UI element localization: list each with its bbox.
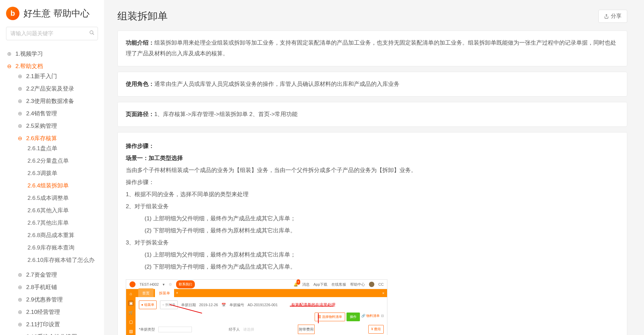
logo-text: 好生意 帮助中心 <box>23 7 90 19</box>
info-text: 1、库存核算->库存管理->组装拆卸单 2、首页->常用功能 <box>154 111 298 117</box>
search-icon <box>89 30 95 36</box>
steps-heading: 操作步骤： <box>126 141 619 152</box>
page-title: 组装拆卸单 <box>117 9 168 23</box>
plus-icon: ⊕ <box>17 309 23 315</box>
minus-icon: ⊖ <box>17 135 23 142</box>
nav-label: 2.11打印设置 <box>26 321 60 328</box>
nav-label: 2.帮助文档 <box>15 62 43 70</box>
ss-leftbar: ⌂ ▣ 🛒 ▢ ▤ 🏪 <box>126 289 136 335</box>
nav-2-2[interactable]: ⊕2.2产品安装及登录 <box>17 85 98 93</box>
ss-tab-active: 拆装单 <box>155 288 174 298</box>
nav-2-4[interactable]: ⊕2.4销售管理 <box>17 110 98 117</box>
nav-2-1[interactable]: ⊕2.1新手入门 <box>17 72 98 80</box>
bell-icon: 🔔9 <box>293 281 298 288</box>
nav-2-6-5[interactable]: 2.6.5成本调整单 <box>28 192 98 204</box>
ss-radio-disassemble: ○ 拆卸单 <box>160 300 178 309</box>
plus-icon: ⊕ <box>17 86 23 92</box>
content-text: (2) 下部明细为子件明细，最终作为产成品生成其它入库单。 <box>126 261 619 273</box>
nav-2-6-4[interactable]: 2.6.4组装拆卸单 <box>28 179 98 192</box>
nav-2-11[interactable]: ⊕2.11打印设置 <box>17 321 98 328</box>
nav-2-6-6[interactable]: 2.6.6其他入库单 <box>28 204 98 217</box>
info-text: 组装拆卸单用来处理企业组装或拆卸等加工业务，支持有固定装配清单的产品加工业务，也… <box>126 40 616 57</box>
collapse-icon: ⊟ <box>381 313 384 321</box>
box-icon: ▢ <box>128 319 133 325</box>
content-text: 1、根据不同的业务，选择不同单据的类型来处理 <box>126 189 619 200</box>
nav-label: 1.视频学习 <box>15 50 43 58</box>
nav-video[interactable]: ⊕1.视频学习 <box>6 50 98 58</box>
nav-label: 2.12系统个性化设置 <box>26 333 77 335</box>
share-button[interactable]: 分享 <box>598 10 627 23</box>
nav-2-5[interactable]: ⊕2.5采购管理 <box>17 122 98 130</box>
nav-2-12[interactable]: ⊕2.12系统个性化设置 <box>17 333 98 335</box>
info-label: 使用角色： <box>126 81 154 87</box>
nav-label: 2.3使用前数据准备 <box>26 97 74 105</box>
logo: b 好生意 帮助中心 <box>6 7 98 20</box>
ss-link-bom: 🔗 物料清单 <box>361 313 380 321</box>
nav-2-6-8[interactable]: 2.6.8商品成本重算 <box>28 229 98 241</box>
svg-line-1 <box>93 34 94 35</box>
gear-icon: ⚙ <box>169 281 172 288</box>
nav-label: 2.6库存核算 <box>26 134 57 142</box>
scenario-heading: 场景一：加工类型选择 <box>126 153 619 164</box>
nav-2-6-7[interactable]: 2.6.7其他出库单 <box>28 217 98 229</box>
info-box-path: 页面路径：1、库存核算->库存管理->组装拆卸单 2、首页->常用功能 <box>117 102 627 127</box>
ss-link: 帮助中心 <box>350 281 365 288</box>
nav-2-6-10[interactable]: 2.6.10库存账本错了怎么办 <box>28 254 98 266</box>
nav-label: 2.4销售管理 <box>26 110 57 117</box>
nav-2-9[interactable]: ⊕2.9优惠券管理 <box>17 296 98 303</box>
ss-annotation: 有装配清单的在这里处理 <box>291 301 335 309</box>
chevron-down-icon: ▾ <box>163 281 165 288</box>
nav-2-6-9[interactable]: 2.6.9库存账本查询 <box>28 241 98 254</box>
nav-2-8[interactable]: ⊕2.8手机旺铺 <box>17 283 98 291</box>
ss-label: 经手人 <box>229 326 240 333</box>
ss-label: 单据日期 <box>181 301 196 309</box>
nav-2-6-2[interactable]: 2.6.2分量盘点单 <box>28 155 98 167</box>
nav-label: 2.5采购管理 <box>26 122 57 130</box>
nav-2-7[interactable]: ⊕2.7资金管理 <box>17 271 98 279</box>
nav-2-6[interactable]: ⊖2.6库存核算 <box>17 134 98 142</box>
ss-header: TEST-H002 ▾ ⚙ 联系我们 🔔9 消息 App下载 在线客服 帮助中心… <box>126 280 387 289</box>
cube-icon: ▣ <box>128 300 133 306</box>
nav-2-3[interactable]: ⊕2.3使用前数据准备 <box>17 97 98 105</box>
nav-label: 2.1新手入门 <box>26 72 57 80</box>
info-label: 功能介绍： <box>126 40 154 46</box>
embedded-screenshot: TEST-H002 ▾ ⚙ 联系我们 🔔9 消息 App下载 在线客服 帮助中心… <box>126 279 387 335</box>
ss-label: 单据编号 <box>229 301 244 309</box>
nav-2-6-1[interactable]: 2.6.1盘点单 <box>28 142 98 155</box>
ss-contact-btn: 联系我们 <box>176 280 195 288</box>
search-box <box>6 27 98 40</box>
nav-docs[interactable]: ⊖2.帮助文档 <box>6 62 98 70</box>
ss-fee-input: 附带费用 <box>298 325 315 334</box>
nav-2-10[interactable]: ⊕2.10经营管理 <box>17 308 98 316</box>
info-label: 页面路径： <box>126 111 154 117</box>
arrow-annotation <box>290 306 333 306</box>
nav-label: 2.10经营管理 <box>26 308 60 316</box>
share-label: 分享 <box>611 13 622 20</box>
ss-label: *单据类型 <box>139 326 155 333</box>
logo-icon: b <box>6 7 19 20</box>
plus-icon: ⊕ <box>17 98 23 104</box>
svg-point-0 <box>90 31 93 34</box>
plus-icon: ⊕ <box>17 284 23 290</box>
ss-company: TEST-H002 <box>140 281 159 288</box>
plus-icon: ⊕ <box>17 111 23 117</box>
ss-tabs: 首页 拆装单 × × <box>136 289 387 297</box>
plus-icon: ⊕ <box>17 297 23 303</box>
nav-2-6-3[interactable]: 2.6.3调拨单 <box>28 167 98 179</box>
content-text: (1) 上部明细为父件明细，最终作为产成品生成其它入库单； <box>126 213 619 224</box>
ss-btn-op: 操作 <box>346 313 360 321</box>
plus-icon: ⊕ <box>17 334 23 335</box>
content-text: (2) 下部明细为子件明细，最终作为原材料生成其它出库单。 <box>126 225 619 236</box>
calendar-icon: 📅 <box>221 301 226 309</box>
search-input[interactable] <box>6 27 98 40</box>
page-header: 组装拆卸单 分享 <box>117 9 627 23</box>
plus-icon: ⊕ <box>6 51 12 57</box>
ss-btn-bom: ☰ 选择物料清单 <box>315 313 345 321</box>
content-text: 当由多个子件材料组装成一个成品的业务为【组装】业务，当由一个父件拆分成多个子产品… <box>126 165 619 176</box>
plus-icon: ⊕ <box>17 272 23 278</box>
ss-logo-icon <box>129 281 136 287</box>
sidebar: b 好生意 帮助中心 ⊕1.视频学习 ⊖2.帮助文档 ⊕2.1新手入门 ⊕2.2… <box>0 0 104 335</box>
info-box-intro: 功能介绍：组装拆卸单用来处理企业组装或拆卸等加工业务，支持有固定装配清单的产品加… <box>117 31 627 66</box>
search-button[interactable] <box>89 30 95 37</box>
ss-value: AD-20191226-001 <box>248 301 278 309</box>
